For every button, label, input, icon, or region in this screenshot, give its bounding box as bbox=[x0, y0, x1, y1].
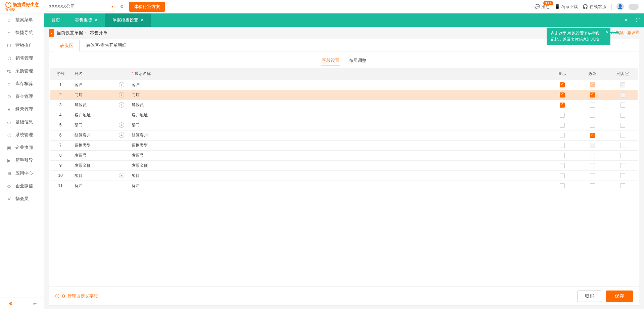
add-icon[interactable]: + bbox=[119, 173, 124, 178]
table-row[interactable]: 11备注备注 bbox=[50, 181, 638, 191]
checkbox[interactable] bbox=[590, 183, 595, 188]
checkbox[interactable] bbox=[590, 113, 595, 118]
sidebar-item[interactable]: ⌂库存核算 bbox=[0, 77, 44, 90]
table-row[interactable]: 1客户+客户 bbox=[50, 80, 638, 90]
app-download-link[interactable]: 📱 App下载 bbox=[555, 4, 578, 10]
sidebar-item[interactable]: ⬡销售管理 bbox=[0, 52, 44, 65]
checkbox[interactable] bbox=[620, 173, 625, 178]
experience-button[interactable]: 体验行业方案 bbox=[129, 2, 165, 12]
checkbox[interactable] bbox=[560, 163, 565, 168]
cell-display-name[interactable]: 项目 bbox=[128, 170, 547, 181]
cell-display-name[interactable]: 导购员 bbox=[128, 100, 547, 110]
table-row[interactable]: 6结算客户+结算客户 bbox=[50, 130, 638, 140]
add-icon[interactable]: + bbox=[119, 82, 124, 87]
user-name-pill[interactable] bbox=[629, 4, 639, 10]
table-row[interactable]: 5部门+部门 bbox=[50, 120, 638, 130]
table-row[interactable]: 2门店+门店 bbox=[50, 90, 638, 100]
close-icon[interactable]: ✕ bbox=[140, 18, 143, 23]
support-link[interactable]: 🎧 在线客服 bbox=[583, 4, 607, 10]
checkbox[interactable] bbox=[560, 183, 565, 188]
checkbox[interactable] bbox=[620, 143, 625, 148]
checkbox[interactable] bbox=[620, 103, 625, 108]
checkbox[interactable] bbox=[590, 153, 595, 158]
sidebar-item[interactable]: ◌系统管理 bbox=[0, 128, 44, 141]
checkbox[interactable] bbox=[560, 103, 565, 108]
tab-body-area[interactable]: 表体区-零售开单明细 bbox=[80, 39, 133, 51]
fullscreen-icon[interactable]: ⛶ bbox=[632, 13, 644, 27]
checkbox[interactable] bbox=[590, 123, 595, 128]
checkbox[interactable] bbox=[620, 163, 625, 168]
checkbox[interactable] bbox=[620, 183, 625, 188]
sidebar-item[interactable]: ⌕搜索菜单 bbox=[0, 13, 44, 26]
cell-display-name[interactable]: 客户 bbox=[128, 80, 547, 90]
summary-setting-link[interactable]: ⚙ 单据汇总设置 bbox=[610, 30, 639, 36]
close-icon[interactable]: ✕ bbox=[94, 18, 97, 23]
cell-display-name[interactable]: 门店 bbox=[128, 90, 547, 100]
sidebar-item[interactable]: ≡经营管理 bbox=[0, 103, 44, 116]
sidebar-item[interactable]: ▶新手引导 bbox=[0, 154, 44, 167]
checkbox[interactable] bbox=[620, 133, 625, 138]
manage-custom-fields-link[interactable]: ⓘ ⚙ 管理自定义字段 bbox=[55, 293, 98, 299]
checkbox[interactable] bbox=[560, 153, 565, 158]
sidebar-item[interactable]: ▣企业协同 bbox=[0, 141, 44, 154]
tab-template-setting[interactable]: 单据模板设置✕ bbox=[105, 13, 151, 27]
checkbox[interactable] bbox=[560, 173, 565, 178]
add-icon[interactable]: + bbox=[119, 92, 124, 98]
checkbox[interactable] bbox=[560, 92, 565, 98]
expand-icon[interactable]: ▸ bbox=[49, 29, 54, 37]
tab-retail-return[interactable]: 零售退货✕ bbox=[67, 13, 105, 27]
cell-display-name[interactable]: 备注 bbox=[128, 181, 547, 191]
sidebar-item[interactable]: ◇企业微信 bbox=[0, 180, 44, 192]
cell-display-name[interactable]: 客户地址 bbox=[128, 110, 547, 120]
settings-icon[interactable]: ⚙ bbox=[117, 2, 127, 11]
sidebar-item[interactable]: ⊙资金管理 bbox=[0, 90, 44, 103]
checkbox[interactable] bbox=[620, 113, 625, 118]
tab-header-area[interactable]: 表头区 bbox=[54, 40, 80, 51]
checkbox[interactable] bbox=[560, 143, 565, 148]
table-row[interactable]: 3导购员+导购员 bbox=[50, 100, 638, 110]
checkbox[interactable] bbox=[590, 173, 595, 178]
add-icon[interactable]: + bbox=[119, 132, 124, 138]
checkbox[interactable] bbox=[620, 123, 625, 128]
cell-display-name[interactable]: 部门 bbox=[128, 120, 547, 130]
table-row[interactable]: 4客户地址客户地址 bbox=[50, 110, 638, 120]
sidebar-item[interactable]: ⊞应用中心 bbox=[0, 167, 44, 180]
subtab-field-setting[interactable]: 字段设置 bbox=[321, 55, 340, 66]
add-icon[interactable]: + bbox=[119, 102, 124, 108]
table-row[interactable]: 9发票金额发票金额 bbox=[50, 160, 638, 170]
cell-display-name[interactable]: 票据类型 bbox=[128, 140, 547, 150]
checkbox[interactable] bbox=[560, 113, 565, 118]
help-icon[interactable]: ? bbox=[625, 72, 629, 76]
subtab-layout-adjust[interactable]: 布局调整 bbox=[348, 55, 367, 66]
checkbox[interactable] bbox=[590, 163, 595, 168]
cell-display-name[interactable]: 发票金额 bbox=[128, 160, 547, 170]
sidebar-item[interactable]: 🛍采购管理 bbox=[0, 65, 44, 77]
sidebar-settings-icon[interactable]: ⚙ bbox=[9, 301, 13, 306]
avatar[interactable]: 👤 bbox=[616, 3, 624, 10]
table-row[interactable]: 10项目+项目 bbox=[50, 170, 638, 181]
cancel-button[interactable]: 取消 bbox=[577, 291, 602, 302]
table-row[interactable]: 8发票号发票号 bbox=[50, 150, 638, 160]
checkbox[interactable] bbox=[560, 123, 565, 128]
checkbox[interactable] bbox=[560, 133, 565, 138]
add-icon[interactable]: + bbox=[119, 122, 124, 128]
checkbox[interactable] bbox=[590, 133, 595, 138]
checkbox[interactable] bbox=[590, 103, 595, 108]
table-row[interactable]: 7票据类型票据类型 bbox=[50, 140, 638, 150]
tab-home[interactable]: 首页 bbox=[44, 13, 67, 27]
tabs-close-all[interactable]: ✕ bbox=[620, 13, 632, 27]
checkbox[interactable] bbox=[620, 153, 625, 158]
checkbox[interactable] bbox=[560, 82, 565, 87]
tooltip-close-icon[interactable]: ✕ bbox=[605, 29, 608, 35]
sidebar-collapse-icon[interactable]: ⇤ bbox=[33, 301, 37, 306]
cell-display-name[interactable]: 发票号 bbox=[128, 150, 547, 160]
save-button[interactable]: 保存 bbox=[606, 291, 633, 302]
sidebar-item[interactable]: ⌂快捷导航 bbox=[0, 26, 44, 39]
messages-link[interactable]: 💬 消息 99 + bbox=[535, 4, 550, 10]
sidebar-item[interactable]: ☐营销推广 bbox=[0, 39, 44, 52]
checkbox[interactable] bbox=[590, 92, 595, 98]
cell-display-name[interactable]: 结算客户 bbox=[128, 130, 547, 140]
company-dropdown[interactable]: XXXXXX公司 ▾ bbox=[47, 2, 114, 11]
sidebar-item[interactable]: V畅会员 bbox=[0, 192, 44, 205]
sidebar-item[interactable]: ▭基础信息 bbox=[0, 116, 44, 128]
